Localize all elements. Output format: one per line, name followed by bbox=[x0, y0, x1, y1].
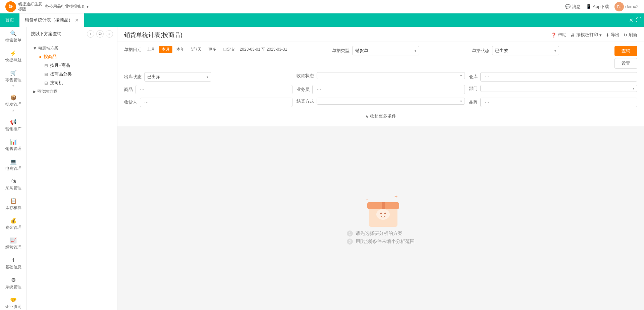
message-button[interactable]: 💬 消息 bbox=[565, 4, 581, 10]
date-tab-more[interactable]: 更多 bbox=[206, 46, 219, 53]
filter-panel-title: 按以下方案查询 bbox=[31, 31, 61, 37]
hint-num-2: 2 bbox=[347, 239, 353, 245]
sidebar-item-inventory[interactable]: 📋 库存核算 bbox=[0, 194, 26, 214]
query-button[interactable]: 查询 bbox=[614, 46, 637, 56]
sidebar-item-basic[interactable]: ℹ 基础信息 bbox=[0, 254, 26, 273]
sidebar-item-operations[interactable]: 📈 经营管理 bbox=[0, 234, 26, 254]
date-tab-this-year[interactable]: 本年 bbox=[174, 46, 187, 53]
sidebar-item-retail[interactable]: 🛒 零售管理 ▼ bbox=[0, 66, 26, 91]
dots-icon: ··· bbox=[144, 99, 149, 105]
empty-hint-1: 1 请先选择要分析的方案 bbox=[347, 230, 415, 237]
logo-icon: 好 bbox=[5, 1, 16, 12]
scheme-by-cashier[interactable]: ⊞ 按司机 bbox=[31, 79, 113, 87]
filter-group-payment: 收款状态 ▾ bbox=[297, 72, 465, 79]
marketing-icon: 📢 bbox=[10, 119, 17, 125]
filter-group-doc-status: 单据状态 已生效 ▾ bbox=[472, 46, 608, 55]
message-icon: 💬 bbox=[565, 4, 571, 9]
goods-input[interactable]: ··· bbox=[136, 85, 292, 94]
sidebar-item-purchase[interactable]: 🛍 采购管理 bbox=[0, 175, 26, 194]
warehouse-select[interactable]: 已出库 ▾ bbox=[144, 72, 211, 82]
filter-panel-header: 按以下方案查询 ＋ ⚙ « bbox=[27, 27, 117, 41]
app-download-button[interactable]: 📱 App下载 bbox=[586, 4, 609, 10]
sidebar-item-search[interactable]: 🔍 搜索菜单 bbox=[0, 27, 26, 47]
warehouse-value: 已出库 bbox=[147, 74, 160, 80]
topbar-left: 好 畅捷通好生意 标版 办公用品行业模拟账套 ▾ bbox=[5, 1, 89, 12]
sidebar-item-sales[interactable]: 📊 销售管理 bbox=[0, 135, 26, 155]
add-scheme-button[interactable]: ＋ bbox=[87, 30, 94, 38]
sidebar-item-ecommerce[interactable]: 💻 电商管理 bbox=[0, 155, 26, 175]
scheme-by-goods[interactable]: ● 按商品 bbox=[31, 52, 113, 61]
sidebar-item-finance[interactable]: 💰 资金管理 bbox=[0, 214, 26, 234]
operations-icon: 📈 bbox=[10, 237, 17, 244]
sidebar-item-label: 经营管理 bbox=[5, 245, 21, 250]
collapse-button[interactable]: ∧ 收起更多条件 bbox=[365, 113, 396, 119]
sidebar-item-system[interactable]: ⚙ 系统管理 bbox=[0, 273, 26, 293]
sidebar-item-label: 搜索菜单 bbox=[5, 38, 21, 43]
export-button[interactable]: ⬇ 导出 bbox=[606, 32, 620, 38]
salesperson-input[interactable]: ··· bbox=[312, 85, 465, 94]
close-tab-icon[interactable]: ✕ bbox=[75, 18, 79, 22]
date-tab-this-month[interactable]: 本月 bbox=[159, 46, 172, 53]
filter-group-brand: 品牌 ··· bbox=[469, 98, 637, 107]
expand-icon: ▼ bbox=[12, 84, 15, 88]
storage-label: 仓库 bbox=[469, 74, 478, 80]
sidebar-item-enterprise[interactable]: 🤝 企业协同 bbox=[0, 293, 26, 310]
date-tab-prev-month[interactable]: 上月 bbox=[144, 46, 158, 53]
question-icon: ❓ bbox=[551, 33, 556, 38]
scheme-label: 按月+商品 bbox=[50, 62, 70, 68]
tab-home[interactable]: 首页 bbox=[0, 13, 19, 27]
print-button[interactable]: 🖨 按模板打印 ▾ bbox=[571, 32, 602, 38]
doc-status-select[interactable]: 已生效 ▾ bbox=[492, 46, 559, 55]
help-button[interactable]: ❓ 帮助 bbox=[551, 32, 567, 38]
svg-text:✦: ✦ bbox=[366, 198, 368, 202]
filter-group-storage: 仓库 ··· bbox=[469, 72, 637, 82]
filter-row-1: 单据日期 上月 本月 本年 近7天 更多 自定义 2023-03-01 至 20… bbox=[124, 46, 637, 69]
sidebar-item-wholesale[interactable]: 📦 批发管理 ▲ bbox=[0, 91, 26, 115]
date-tab-custom[interactable]: 自定义 bbox=[220, 46, 238, 53]
sales-icon: 📊 bbox=[10, 139, 17, 145]
maximize-icon[interactable]: ⛶ bbox=[636, 17, 641, 23]
refresh-icon: ↻ bbox=[624, 33, 627, 38]
user-menu[interactable]: Ea demo2 bbox=[614, 2, 639, 11]
tab-stats[interactable]: 销货单统计表（按商品） ✕ bbox=[19, 13, 84, 27]
chevron-up-icon: ∧ bbox=[365, 114, 369, 119]
collapse-panel-button[interactable]: « bbox=[106, 30, 113, 38]
storage-input[interactable]: ··· bbox=[480, 72, 637, 82]
filter-group-date: 单据日期 上月 本月 本年 近7天 更多 自定义 2023-03-01 至 20… bbox=[124, 46, 328, 53]
brand-input[interactable]: ··· bbox=[480, 98, 637, 107]
chevron-down-icon: ▾ bbox=[87, 4, 89, 9]
settings-scheme-button[interactable]: ⚙ bbox=[96, 30, 104, 38]
close-window-icon[interactable]: ✕ bbox=[629, 17, 633, 23]
mobile-label[interactable]: ▶ 移动端方案 bbox=[31, 87, 113, 96]
sidebar-item-quick[interactable]: ⚡ 快捷导航 bbox=[0, 47, 26, 66]
payment-method-input[interactable]: ▾ bbox=[317, 98, 465, 105]
filter-area: 单据日期 上月 本月 本年 近7天 更多 自定义 2023-03-01 至 20… bbox=[117, 42, 644, 126]
settings-button[interactable]: 设置 bbox=[614, 58, 637, 69]
export-icon: ⬇ bbox=[606, 33, 609, 38]
dept-input[interactable]: ▾ bbox=[480, 85, 637, 92]
recipient-label: 收货人 bbox=[124, 99, 137, 105]
scheme-by-goods-category[interactable]: ⊞ 按商品分类 bbox=[31, 70, 113, 79]
inventory-icon: 📋 bbox=[10, 198, 17, 204]
refresh-button[interactable]: ↻ 刷新 bbox=[624, 32, 637, 38]
sidebar-item-label: 零售管理 bbox=[5, 77, 21, 83]
sidebar-item-marketing[interactable]: 📢 营销推广 bbox=[0, 115, 26, 135]
topbar-right: 💬 消息 📱 App下载 Ea demo2 bbox=[565, 2, 639, 11]
sidebar-item-label: 批发管理 bbox=[5, 102, 21, 107]
date-tab-7days[interactable]: 近7天 bbox=[189, 46, 204, 53]
sidebar-item-label: 采购管理 bbox=[5, 185, 21, 191]
payment-label: 收款状态 bbox=[297, 73, 314, 79]
purchase-icon: 🛍 bbox=[11, 178, 16, 184]
industry-selector[interactable]: 办公用品行业模拟账套 ▾ bbox=[45, 4, 89, 9]
doc-type-select[interactable]: 销货单 ▾ bbox=[352, 46, 419, 55]
action-buttons: 查询 设置 bbox=[612, 46, 637, 69]
doc-type-label: 单据类型 bbox=[332, 48, 350, 54]
scheme-by-month-goods[interactable]: ⊞ 按月+商品 bbox=[31, 61, 113, 70]
logo-area: 好 畅捷通好生意 标版 bbox=[5, 1, 42, 12]
salesperson-label: 业务员 bbox=[297, 87, 310, 93]
doc-status-label: 单据状态 bbox=[472, 48, 489, 54]
date-range: 2023-03-01 至 2023-03-31 bbox=[240, 47, 287, 52]
recipient-input[interactable]: ··· bbox=[140, 98, 292, 107]
payment-input[interactable]: ▾ bbox=[317, 72, 465, 79]
expand-icon: ▶ bbox=[33, 89, 36, 94]
